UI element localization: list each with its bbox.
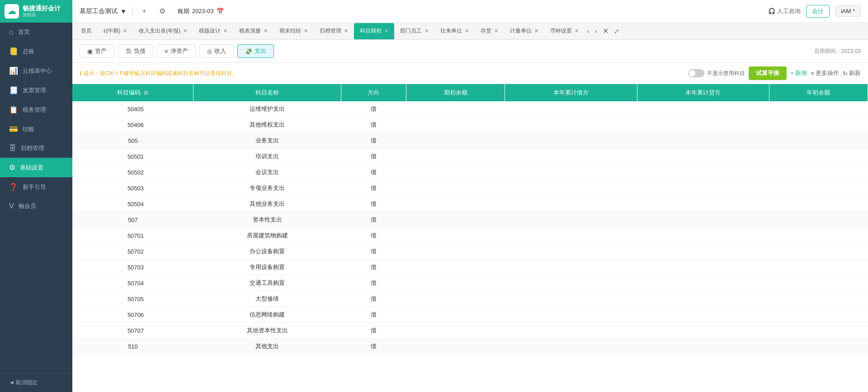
- cell-debit: [505, 244, 637, 260]
- table-row[interactable]: 50705 大型修缮 借: [72, 291, 868, 307]
- table-row[interactable]: 50704 交通工具购置 借: [72, 275, 868, 291]
- table-row[interactable]: 50503 专项业务支出 借: [72, 180, 868, 196]
- help-button[interactable]: 🎧 人工咨询: [768, 7, 801, 15]
- subtab-income[interactable]: ◎ 收入: [199, 44, 234, 58]
- tab-period-end[interactable]: 期末结转 ✕: [274, 23, 314, 39]
- cell-code: 50502: [72, 165, 193, 180]
- cell-name: 其他维权支出: [193, 117, 341, 133]
- cell-name: 其他业务支出: [193, 196, 341, 212]
- toggle-switch-control[interactable]: [688, 69, 704, 77]
- tab-expand-button[interactable]: ⤢: [611, 26, 622, 37]
- expense-icon: 💸: [245, 48, 252, 55]
- subtab-liability-label: 负债: [134, 47, 146, 55]
- cell-dir: 借: [341, 196, 406, 212]
- sidebar-item-home[interactable]: ⌂ 首页: [0, 23, 72, 42]
- cell-debit: [505, 133, 637, 149]
- tab-period-end-close[interactable]: ✕: [304, 28, 308, 34]
- tab-subject-init-close[interactable]: ✕: [384, 28, 388, 34]
- tab-dept[interactable]: 部门员工 ✕: [394, 23, 434, 39]
- tab-midterm[interactable]: ε(中期) ✕: [98, 23, 133, 39]
- tab-midterm-close[interactable]: ✕: [123, 28, 127, 34]
- cell-code: 50406: [72, 117, 193, 133]
- tab-home[interactable]: 首页: [75, 23, 98, 39]
- cell-credit: [637, 133, 769, 149]
- dropdown-icon: ▼: [120, 8, 127, 15]
- liability-icon: 负: [126, 47, 132, 55]
- tab-partner-close[interactable]: ✕: [465, 28, 469, 34]
- gear-icon[interactable]: ⚙: [143, 90, 149, 96]
- sidebar-item-archive[interactable]: 🗄 归档管理: [0, 139, 72, 158]
- tab-dept-close[interactable]: ✕: [425, 28, 429, 34]
- table-row[interactable]: 50502 会议支出 借: [72, 165, 868, 180]
- sidebar-item-checkout[interactable]: 💳 结账: [0, 119, 72, 139]
- cell-init: [769, 323, 868, 339]
- tab-unit[interactable]: 计量单位 ✕: [504, 23, 544, 39]
- table-body: 50405 运维维护支出 借 50406 其他维权支出 借 505 业务支出 借…: [72, 101, 868, 354]
- col-header-balance: 期初余额: [406, 84, 505, 101]
- cell-balance: [406, 307, 505, 323]
- table-row[interactable]: 50702 办公设备购置 借: [72, 244, 868, 260]
- tab-inventory-close[interactable]: ✕: [494, 28, 498, 34]
- table-row[interactable]: 50706 信息网络购建 借: [72, 307, 868, 323]
- tab-subject-init[interactable]: 科目期初 ✕: [354, 23, 394, 39]
- tab-close-all-button[interactable]: ✕: [600, 25, 611, 37]
- tab-dept-label: 部门员工: [400, 27, 422, 35]
- table-row[interactable]: 50501 培训支出 借: [72, 149, 868, 165]
- tab-partner[interactable]: 往来单位 ✕: [434, 23, 475, 39]
- tab-yearreport-close[interactable]: ✕: [183, 28, 187, 34]
- sidebar-item-tax[interactable]: 📋 税务管理: [0, 100, 72, 119]
- cell-code: 50705: [72, 291, 193, 307]
- tab-tax-close[interactable]: ✕: [264, 28, 268, 34]
- table-row[interactable]: 510 其他支出 借: [72, 339, 868, 354]
- sidebar-item-invoice[interactable]: 🧾 发票管理: [0, 80, 72, 100]
- table-row[interactable]: 507 资本性支出 借: [72, 212, 868, 228]
- subtab-liability[interactable]: 负 负债: [118, 44, 153, 58]
- col-header-dir: 方向: [341, 84, 406, 101]
- balance-button[interactable]: 试算平衡: [749, 66, 787, 80]
- tab-inventory-label: 存货: [481, 27, 491, 35]
- more-button[interactable]: ≡ 更多操作: [811, 69, 839, 77]
- app-name: 畅捷通好会计: [23, 5, 61, 12]
- calendar-icon[interactable]: 📅: [217, 8, 224, 14]
- tab-currency-close[interactable]: ✕: [575, 28, 579, 34]
- add-button[interactable]: + 新增: [790, 69, 807, 77]
- tab-template[interactable]: 模版设计 ✕: [193, 23, 233, 39]
- add-project-button[interactable]: ＋: [138, 5, 151, 18]
- table-row[interactable]: 505 业务支出 借: [72, 133, 868, 149]
- tab-template-close[interactable]: ✕: [223, 28, 227, 34]
- sidebar-item-settings[interactable]: ⚙ 基础设置: [0, 158, 72, 177]
- tab-archive-close[interactable]: ✕: [344, 28, 348, 34]
- tab-unit-close[interactable]: ✕: [534, 28, 538, 34]
- tabbar: 首页 ε(中期) ✕ 收入支出表(年报) ✕ 模版设计 ✕ 税表清册 ✕ 期末结…: [72, 23, 868, 40]
- table-row[interactable]: 50406 其他维权支出 借: [72, 117, 868, 133]
- subtab-net-asset-label: 净资产: [170, 47, 188, 55]
- tab-yearreport[interactable]: 收入支出表(年报) ✕: [133, 23, 193, 39]
- sidebar-footer[interactable]: ◄ 取消固定: [0, 373, 72, 392]
- settings-project-button[interactable]: ⚙: [156, 5, 169, 18]
- sidebar-item-ledger[interactable]: 📒 总账: [0, 42, 72, 61]
- sidebar-item-member[interactable]: V 畅会员: [0, 197, 72, 216]
- account-button[interactable]: 会计: [806, 5, 830, 18]
- subtab-expense[interactable]: 💸 支出: [237, 44, 274, 58]
- subtab-net-asset[interactable]: ≡ 净资产: [157, 44, 196, 58]
- table-row[interactable]: 50703 专用设备购置 借: [72, 260, 868, 275]
- table-row[interactable]: 50405 运维维护支出 借: [72, 101, 868, 117]
- sidebar-item-reports[interactable]: 📊 云报表中心: [0, 61, 72, 80]
- cell-code: 510: [72, 339, 193, 354]
- table-row[interactable]: 50707 其他资本性支出 借: [72, 323, 868, 339]
- tab-inventory[interactable]: 存货 ✕: [475, 23, 504, 39]
- sidebar-nav: ⌂ 首页 📒 总账 📊 云报表中心 🧾 发票管理 📋 税务管理 💳 结账 🗄 归…: [0, 23, 72, 373]
- project-selector[interactable]: 基层工会测试 ▼: [80, 7, 127, 15]
- sidebar-item-guide[interactable]: ❓ 新手引导: [0, 177, 72, 197]
- table-row[interactable]: 50701 房屋建筑物购建 借: [72, 228, 868, 244]
- refresh-button[interactable]: ↻ 刷新: [843, 69, 861, 77]
- table-row[interactable]: 50504 其他业务支出 借: [72, 196, 868, 212]
- tab-tax[interactable]: 税表清册 ✕: [233, 23, 274, 39]
- tab-next-button[interactable]: ›: [592, 26, 600, 37]
- tab-prev-button[interactable]: ‹: [585, 26, 592, 37]
- tab-archive[interactable]: 归档管理 ✕: [314, 23, 354, 39]
- toggle-disabled: 不显示禁用科目: [688, 69, 745, 77]
- subtab-asset[interactable]: ▣ 资产: [80, 44, 114, 58]
- cell-code: 50707: [72, 323, 193, 339]
- tab-currency[interactable]: 币种设置 ✕: [544, 23, 585, 39]
